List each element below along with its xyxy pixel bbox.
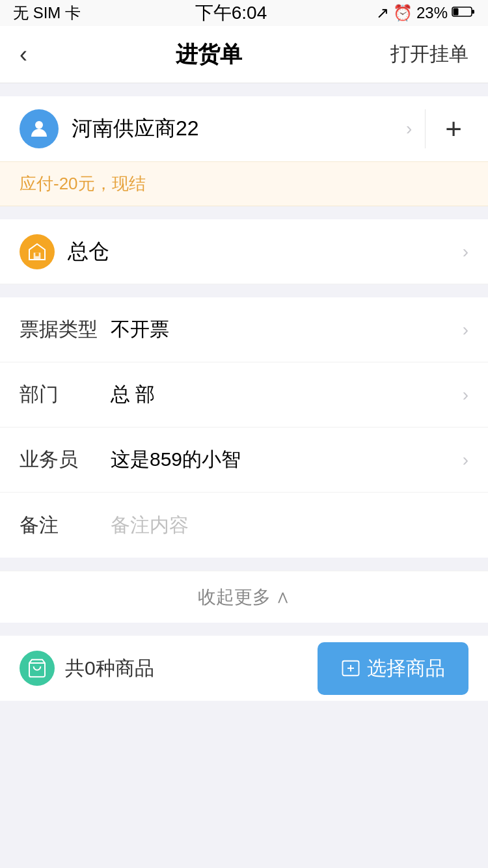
status-right: ↗ ⏰ 23% (376, 4, 475, 22)
battery-level: 23% (416, 4, 448, 22)
open-pending-button[interactable]: 打开挂单 (390, 41, 468, 68)
status-time: 下午6:04 (195, 1, 267, 25)
bottom-bar: 共0种商品 选择商品 (0, 636, 488, 701)
status-bar: 无 SIM 卡 下午6:04 ↗ ⏰ 23% (0, 0, 488, 26)
department-value: 总 部 (111, 381, 456, 408)
supplier-divider (425, 109, 426, 148)
remark-input[interactable]: 备注内容 (111, 512, 468, 539)
supplier-card: 河南供应商22 › + 应付-20元，现结 (0, 96, 488, 206)
battery-icon (452, 4, 475, 22)
status-left: 无 SIM 卡 (13, 3, 86, 23)
svg-rect-2 (454, 8, 459, 16)
svg-rect-5 (35, 252, 38, 256)
warehouse-name: 总仓 (68, 237, 456, 266)
sim-status: 无 SIM 卡 (13, 3, 81, 23)
product-info: 共0种商品 (20, 651, 154, 686)
page-title: 进货单 (176, 40, 242, 70)
remark-row[interactable]: 备注 备注内容 (0, 493, 488, 558)
supplier-avatar (20, 109, 59, 148)
invoice-type-row[interactable]: 票据类型 不开票 › (0, 297, 488, 362)
warehouse-icon (20, 234, 55, 269)
svg-point-3 (35, 121, 43, 129)
nav-bar: ‹ 进货单 打开挂单 (0, 26, 488, 83)
content-area: 河南供应商22 › + 应付-20元，现结 总仓 › 票据类 (0, 96, 488, 868)
page-background (0, 701, 488, 868)
location-icon: ↗ (376, 4, 389, 22)
warehouse-card: 总仓 › (0, 219, 488, 284)
back-button[interactable]: ‹ (20, 41, 27, 68)
warehouse-chevron-icon: › (463, 241, 468, 262)
cart-icon (20, 651, 55, 686)
notice-banner: 应付-20元，现结 (0, 161, 488, 206)
department-row[interactable]: 部门 总 部 › (0, 362, 488, 427)
collapse-label: 收起更多 ∧ (198, 585, 291, 610)
add-supplier-button[interactable]: + (439, 113, 468, 145)
salesperson-row[interactable]: 业务员 这是859的小智 › (0, 427, 488, 493)
invoice-type-label: 票据类型 (20, 316, 98, 343)
invoice-type-value: 不开票 (111, 316, 456, 343)
department-chevron-icon: › (463, 385, 468, 405)
invoice-type-chevron-icon: › (463, 319, 468, 340)
department-label: 部门 (20, 381, 98, 408)
notice-text: 应付-20元，现结 (20, 174, 146, 193)
warehouse-row[interactable]: 总仓 › (0, 219, 488, 284)
salesperson-chevron-icon: › (463, 450, 468, 470)
svg-rect-1 (472, 10, 474, 14)
supplier-chevron-icon: › (406, 118, 412, 139)
salesperson-label: 业务员 (20, 446, 98, 473)
salesperson-value: 这是859的小智 (111, 446, 456, 473)
form-section: 票据类型 不开票 › 部门 总 部 › 业务员 这是859的小智 › 备注 备注… (0, 297, 488, 558)
supplier-name: 河南供应商22 (72, 115, 400, 143)
collapse-button[interactable]: 收起更多 ∧ (0, 571, 488, 623)
alarm-icon: ⏰ (393, 4, 413, 22)
supplier-row[interactable]: 河南供应商22 › + (0, 96, 488, 161)
product-count-label: 共0种商品 (65, 655, 154, 682)
select-product-label: 选择商品 (367, 655, 445, 682)
select-product-button[interactable]: 选择商品 (318, 642, 468, 695)
remark-label: 备注 (20, 512, 98, 539)
